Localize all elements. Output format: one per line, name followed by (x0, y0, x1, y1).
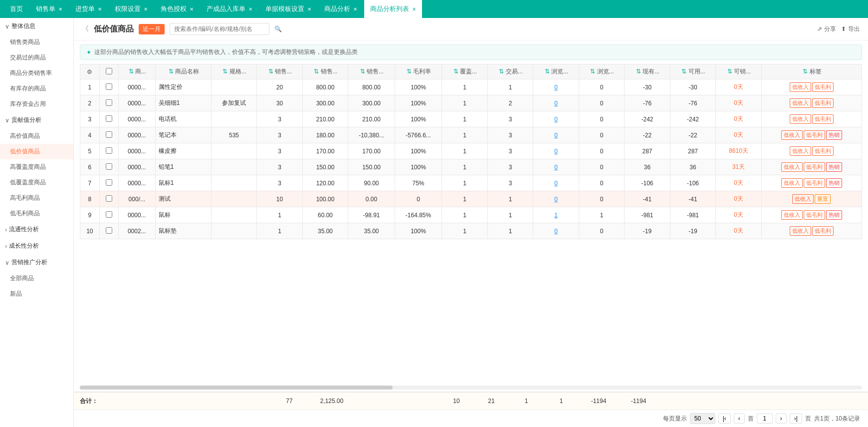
search-input[interactable] (170, 23, 269, 35)
view1-link[interactable]: 0 (554, 228, 558, 235)
nav-close-analysis[interactable]: ✕ (353, 6, 357, 12)
select-all-checkbox[interactable] (106, 68, 112, 74)
col-name[interactable]: ⇅ 商品名称 (155, 64, 211, 79)
col-trade[interactable]: ⇅ 交易... (487, 64, 533, 79)
row-checkbox[interactable] (99, 95, 118, 111)
sidebar-group-marketing[interactable]: ∨ 营销推广分析 (0, 254, 73, 271)
sidebar-item-all-products[interactable]: 全部商品 (0, 271, 73, 286)
search-icon[interactable]: 🔍 (274, 25, 282, 32)
share-button[interactable]: ⇗ 分享 (817, 25, 836, 33)
col-gross-margin[interactable]: ⇅ 毛利率 (395, 64, 441, 79)
row-select-checkbox[interactable] (106, 195, 112, 202)
nav-home[interactable]: 首页 (4, 0, 29, 18)
sidebar-item-stock-funds[interactable]: 库存资金占用 (0, 96, 73, 112)
sidebar-group-liquidity[interactable]: › 流通性分析 (0, 221, 73, 238)
horizontal-scrollbar[interactable] (80, 386, 862, 390)
col-checkbox[interactable] (99, 64, 118, 79)
sidebar-item-high-value[interactable]: 高价值商品 (0, 128, 73, 144)
nav-close-purchase[interactable]: ✕ (98, 6, 102, 12)
view1-link[interactable]: 0 (554, 164, 558, 171)
nav-template-settings[interactable]: 单据模板设置 ✕ (259, 0, 317, 18)
col-settings[interactable]: ⚙ (80, 64, 100, 79)
nav-role-auth[interactable]: 角色授权 ✕ (155, 0, 200, 18)
row-select-checkbox[interactable] (106, 211, 112, 218)
period-tag-button[interactable]: 近一月 (139, 24, 165, 34)
sidebar-item-category-sales-rate[interactable]: 商品分类销售率 (0, 65, 73, 81)
first-page-button[interactable]: |‹ (718, 414, 731, 424)
sidebar-item-new-products[interactable]: 新品 (0, 286, 73, 302)
row-checkbox[interactable] (99, 191, 118, 207)
nav-close-product[interactable]: ✕ (248, 6, 252, 12)
row-checkbox[interactable] (99, 223, 118, 239)
row-select-checkbox[interactable] (106, 179, 112, 186)
row-checkbox[interactable] (99, 127, 118, 143)
col-view2[interactable]: ⇅ 浏览... (579, 64, 625, 79)
view1-link[interactable]: 0 (554, 84, 558, 91)
col-view1[interactable]: ⇅ 浏览... (533, 64, 579, 79)
next-page-button[interactable]: › (776, 414, 787, 424)
row-checkbox[interactable] (99, 79, 118, 95)
col-sales-avg[interactable]: ⇅ 销售... (348, 64, 395, 79)
col-sales-amt[interactable]: ⇅ 销售... (302, 64, 348, 79)
row-available: -19 (670, 223, 716, 239)
page-prefix: 首 (748, 415, 754, 423)
row-checkbox[interactable] (99, 175, 118, 191)
sidebar-item-low-coverage[interactable]: 低覆盖度商品 (0, 175, 73, 190)
row-checkbox[interactable] (99, 207, 118, 223)
export-button[interactable]: ⬆ 导出 (841, 25, 860, 33)
row-checkbox[interactable] (99, 159, 118, 175)
sidebar-group-contribution[interactable]: ∨ 贡献值分析 (0, 112, 73, 128)
view1-link[interactable]: 0 (554, 180, 558, 187)
row-checkbox[interactable] (99, 143, 118, 159)
sidebar-group-growth[interactable]: › 成长性分析 (0, 238, 73, 254)
nav-product-analysis-list[interactable]: 商品分析列表 ✕ (364, 0, 422, 18)
nav-product-analysis[interactable]: 商品分析 ✕ (318, 0, 363, 18)
sidebar-group-overview[interactable]: ∨ 整体信息 (0, 18, 73, 34)
page-size-select[interactable]: 50 100 200 (690, 413, 715, 424)
collapse-sidebar-button[interactable]: 《 (82, 24, 89, 33)
col-sales-qty[interactable]: ⇅ 销售... (257, 64, 303, 79)
row-select-checkbox[interactable] (106, 131, 112, 138)
col-saleable[interactable]: ⇅ 可销... (716, 64, 762, 79)
nav-close-sales[interactable]: ✕ (58, 6, 62, 12)
nav-close-permission[interactable]: ✕ (144, 6, 148, 12)
view1-link[interactable]: 0 (554, 148, 558, 155)
view1-link[interactable]: 1 (554, 212, 558, 219)
col-coverage[interactable]: ⇅ 覆盖... (442, 64, 488, 79)
sidebar-item-low-margin[interactable]: 低毛利商品 (0, 206, 73, 221)
current-page-input[interactable] (757, 414, 773, 424)
sidebar-item-low-value[interactable]: 低价值商品 (0, 144, 73, 159)
col-available[interactable]: ⇅ 可用... (670, 64, 716, 79)
nav-close-role[interactable]: ✕ (190, 6, 194, 12)
nav-permission[interactable]: 权限设置 ✕ (109, 0, 154, 18)
row-select-checkbox[interactable] (106, 99, 112, 106)
view1-link[interactable]: 0 (554, 100, 558, 107)
nav-purchase-order[interactable]: 进货单 ✕ (69, 0, 108, 18)
col-tags[interactable]: ⇅ 标签 (761, 64, 862, 79)
scrollbar-thumb[interactable] (80, 386, 393, 390)
nav-product-entry[interactable]: 产成品入库单 ✕ (201, 0, 258, 18)
row-select-checkbox[interactable] (106, 115, 112, 122)
nav-close-analysis-list[interactable]: ✕ (412, 6, 416, 12)
row-select-checkbox[interactable] (106, 163, 112, 170)
last-page-button[interactable]: ›| (790, 414, 802, 424)
sidebar-item-high-margin[interactable]: 高毛利商品 (0, 190, 73, 206)
row-select-checkbox[interactable] (106, 227, 112, 234)
col-stock-now[interactable]: ⇅ 现有... (625, 64, 670, 79)
row-view1: 0 (533, 143, 579, 159)
col-code[interactable]: ⇅ 商... (118, 64, 155, 79)
view1-link[interactable]: 0 (554, 196, 558, 203)
nav-close-template[interactable]: ✕ (307, 6, 311, 12)
row-checkbox[interactable] (99, 111, 118, 127)
sidebar-item-traded-products[interactable]: 交易过的商品 (0, 50, 73, 65)
view1-link[interactable]: 0 (554, 116, 558, 123)
view1-link[interactable]: 0 (554, 132, 558, 139)
sidebar-item-stock-products[interactable]: 有库存的商品 (0, 81, 73, 96)
sidebar-item-high-coverage[interactable]: 高覆盖度商品 (0, 159, 73, 175)
prev-page-button[interactable]: ‹ (734, 414, 745, 424)
sidebar-item-sales-products[interactable]: 销售类商品 (0, 34, 73, 50)
nav-sales-order[interactable]: 销售单 ✕ (30, 0, 68, 18)
row-select-checkbox[interactable] (106, 147, 112, 154)
col-spec[interactable]: ⇅ 规格... (211, 64, 257, 79)
row-select-checkbox[interactable] (106, 83, 112, 90)
